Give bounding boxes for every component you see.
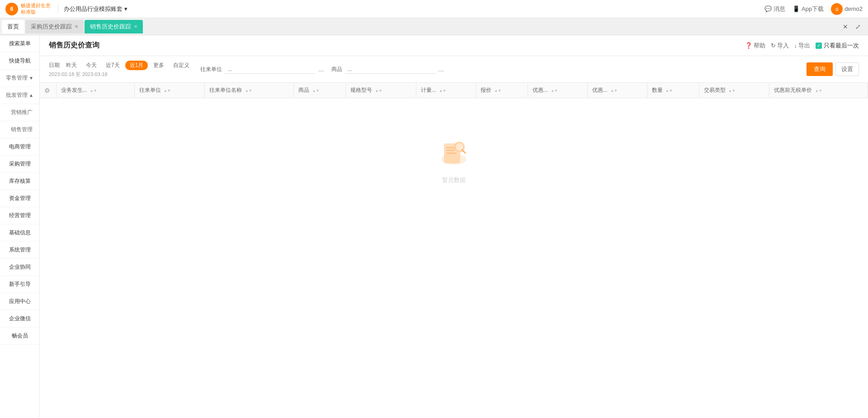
sidebar-item-ecom-mgmt[interactable]: 电商管理 [0,138,39,156]
column-trade-type[interactable]: 交易类型 ▲▼ [699,83,769,98]
checkbox-icon: ✓ [816,43,822,49]
header-left: 6 畅捷通好生意 标准版 办公用品行业模拟账套 ▾ [5,3,127,15]
close-sales-history-tab[interactable]: ✕ [134,24,137,29]
content-area: 销售历史价查询 ❓ 帮助 ↻ 导入 ↓ 导出 ✓ 只看最后一次 [40,35,868,418]
customer-filter-group: 往来单位 ... [200,65,324,74]
sidebar-item-enterprise-wechat[interactable]: 企业微信 [0,310,39,328]
help-icon: ❓ [745,42,752,49]
date-filter-label: 日期 [49,62,60,69]
empty-text: 暂元数据 [442,176,466,184]
table-header-row: ⚙ 业务发生... ▲▼ 往来单位 ▲▼ 往来单位名称 ▲▼ [40,83,868,98]
logo-text: 畅捷通好生意 标准版 [21,3,51,14]
column-discount2[interactable]: 优惠... ▲▼ [587,83,647,98]
customer-filter-label: 往来单位 [200,66,222,73]
sidebar-item-enterprise[interactable]: 企业协同 [0,259,39,276]
sidebar-item-app-center[interactable]: 应用中心 [0,293,39,310]
data-table: ⚙ 业务发生... ▲▼ 往来单位 ▲▼ 往来单位名称 ▲▼ [40,83,868,98]
sort-icon: ▲▼ [439,89,446,93]
date-btn-custom[interactable]: 自定义 [170,61,193,70]
empty-state: 暂元数据 [40,98,868,220]
date-btn-1month[interactable]: 近1月 [125,61,148,70]
download-icon: 📱 [793,5,800,12]
product-filter-label: 商品 [331,66,342,73]
message-nav[interactable]: 💬 消息 [764,5,785,13]
column-discount1[interactable]: 优惠... ▲▼ [528,83,587,98]
close-tab-button[interactable]: ✕ [841,22,850,31]
date-btn-today[interactable]: 今天 [82,61,100,70]
sort-icon: ▲▼ [164,89,171,93]
column-price[interactable]: 报价 ▲▼ [476,83,528,98]
sidebar-item-quick-nav[interactable]: 快捷导航 [0,52,39,70]
sort-icon: ▲▼ [90,89,97,93]
settings-button[interactable]: 设置 [835,62,859,76]
customer-search-icon[interactable]: ... [318,65,324,73]
column-pretax-price[interactable]: 优惠前无税单价 ▲▼ [769,83,868,98]
sidebar-item-finance-mgmt[interactable]: 资金管理 [0,190,39,207]
main-layout: 搜索菜单 快捷导航 零售管理 ▼ 批发管理 ▲ 营销推广 销售管理 电商管理 采… [0,35,868,418]
svg-rect-3 [446,150,455,151]
export-icon: ↓ [794,42,797,49]
sidebar-item-marketing[interactable]: 营销推广 [0,104,39,121]
export-link[interactable]: ↓ 导出 [794,42,811,50]
date-btn-more[interactable]: 更多 [150,61,168,70]
column-spec[interactable]: 规格型号 ▲▼ [346,83,416,98]
customer-input[interactable] [225,65,315,74]
filter-bar: 日期 昨天 今天 近7天 近1月 更多 自定义 2023-02-18 至 202… [40,56,868,83]
import-link[interactable]: ↻ 导入 [771,42,789,50]
sidebar-item-inventory[interactable]: 库存核算 [0,173,39,190]
date-btn-7days[interactable]: 近7天 [102,61,123,70]
sort-icon: ▲▼ [551,89,558,93]
svg-rect-4 [446,152,457,154]
column-settings: ⚙ [40,83,56,98]
tabs-right-actions: ✕ ⤢ [841,22,866,31]
column-product[interactable]: 商品 ▲▼ [294,83,346,98]
sidebar-item-retail-mgmt[interactable]: 零售管理 ▼ [0,70,39,87]
column-business-date[interactable]: 业务发生... ▲▼ [56,83,134,98]
sidebar-item-purchase-mgmt[interactable]: 采购管理 [0,156,39,173]
sidebar-item-base-info[interactable]: 基础信息 [0,224,39,242]
sidebar-item-new-guide[interactable]: 新手引导 [0,276,39,293]
maximize-tab-button[interactable]: ⤢ [854,22,863,31]
header: 6 畅捷通好生意 标准版 办公用品行业模拟账套 ▾ 💬 消息 📱 App下载 d… [0,0,868,18]
column-unit[interactable]: 计量... ▲▼ [416,83,476,98]
tab-sales-history[interactable]: 销售历史价跟踪 ✕ [85,20,143,33]
product-search-icon[interactable]: ... [438,65,444,73]
gear-icon[interactable]: ⚙ [44,87,50,94]
close-purchase-history-tab[interactable]: ✕ [75,24,78,29]
column-unit-code[interactable]: 往来单位 ▲▼ [134,83,205,98]
tab-purchase-history[interactable]: 采购历史价跟踪 ✕ [25,20,84,33]
column-unit-name[interactable]: 往来单位名称 ▲▼ [205,83,294,98]
chevron-down-icon: ▾ [124,5,127,12]
app-download-nav[interactable]: 📱 App下载 [793,5,824,13]
sidebar-item-sys-mgmt[interactable]: 系统管理 [0,242,39,259]
page-actions: ❓ 帮助 ↻ 导入 ↓ 导出 ✓ 只看最后一次 [745,42,859,50]
sort-icon: ▲▼ [494,89,501,93]
sort-icon: ▲▼ [728,89,736,93]
avatar: d [831,3,843,15]
sort-icon: ▲▼ [815,89,822,93]
sidebar-item-wholesale-mgmt[interactable]: 批发管理 ▲ [0,87,39,104]
only-last-checkbox[interactable]: ✓ 只看最后一次 [816,42,859,50]
date-btn-yesterday[interactable]: 昨天 [62,61,80,70]
column-quantity[interactable]: 数量 ▲▼ [647,83,699,98]
sort-icon: ▲▼ [375,89,382,93]
import-icon: ↻ [771,42,776,49]
sidebar-item-sales-mgmt[interactable]: 销售管理 [0,121,39,138]
logo-icon: 6 [5,3,18,15]
sidebar: 搜索菜单 快捷导航 零售管理 ▼ 批发管理 ▲ 营销推广 销售管理 电商管理 采… [0,35,40,418]
sidebar-item-ops-mgmt[interactable]: 经营管理 [0,207,39,224]
query-button[interactable]: 查询 [807,62,833,76]
sidebar-item-search-menu[interactable]: 搜索菜单 [0,35,39,52]
tab-home[interactable]: 首页 [2,20,24,33]
help-link[interactable]: ❓ 帮助 [745,42,765,50]
user-profile[interactable]: d demo2 [831,3,863,15]
page-title: 销售历史价查询 [49,41,99,50]
sort-icon: ▲▼ [665,89,673,93]
sort-icon: ▲▼ [610,89,618,93]
date-buttons: 昨天 今天 近7天 近1月 更多 自定义 [62,61,193,70]
product-input[interactable] [345,65,435,74]
sidebar-item-member[interactable]: 畅会员 [0,328,39,345]
table-container: ⚙ 业务发生... ▲▼ 往来单位 ▲▼ 往来单位名称 ▲▼ [40,83,868,418]
page-header: 销售历史价查询 ❓ 帮助 ↻ 导入 ↓ 导出 ✓ 只看最后一次 [40,35,868,56]
workspace-selector[interactable]: 办公用品行业模拟账套 ▾ [58,5,127,13]
